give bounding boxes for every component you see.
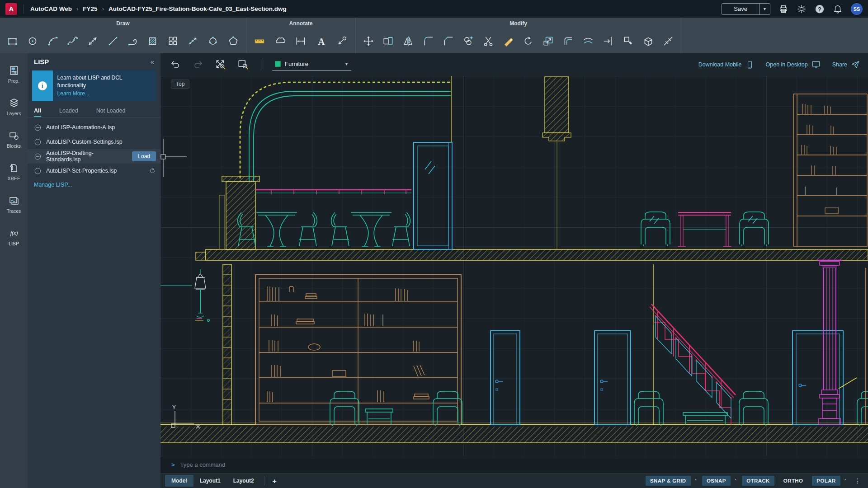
tab-model[interactable]: Model [165, 475, 193, 487]
layer-dropdown[interactable]: Furniture ▼ [272, 59, 351, 70]
drawing-canvas[interactable]: Top [160, 76, 868, 456]
polar-toggle[interactable]: POLAR [812, 476, 840, 486]
osnap-toggle[interactable]: OSNAP [702, 476, 731, 486]
polyline-tool-icon[interactable] [124, 31, 142, 51]
zoom-extents-icon[interactable] [214, 58, 227, 71]
copy-tool-icon[interactable] [459, 31, 477, 51]
open-in-desktop-button[interactable]: Open in Desktop [766, 60, 821, 69]
scale-tool-icon[interactable] [539, 31, 557, 51]
panel-collapse-icon[interactable]: « [151, 58, 154, 66]
undo-icon[interactable] [169, 58, 182, 71]
text-tool-icon[interactable]: A [312, 31, 330, 51]
sidebar-item-xref[interactable]: XREF [1, 157, 27, 186]
zoom-window-icon[interactable] [236, 58, 250, 71]
circle-tool-icon[interactable] [24, 31, 42, 51]
download-mobile-button[interactable]: Download Mobile [698, 61, 754, 69]
spline-tool-icon[interactable] [64, 31, 82, 51]
match-properties-tool-icon[interactable] [619, 31, 637, 51]
chamfer-tool-icon[interactable] [439, 31, 458, 51]
stretch-tool-icon[interactable] [379, 31, 397, 51]
lisp-panel: LISP « i Learn about LISP and DCL functi… [28, 53, 160, 488]
sidebar-item-blocks[interactable]: Blocks [1, 125, 27, 154]
lower-bookshelf [255, 275, 461, 425]
reload-icon[interactable] [149, 167, 156, 174]
snap-grid-toggle[interactable]: SNAP & GRID [646, 476, 691, 486]
linear-dimension-tool-icon[interactable] [250, 31, 269, 51]
download-mobile-label: Download Mobile [698, 61, 742, 68]
svg-text:f(x): f(x) [10, 230, 18, 236]
trim-tool-icon[interactable] [479, 31, 497, 51]
ribbon-toolbar: Draw Annotate A Modify [0, 18, 868, 53]
street-lamp [160, 269, 210, 322]
leader-tool-icon[interactable] [333, 31, 351, 51]
sidebar-item-layers[interactable]: Layers [1, 92, 27, 121]
curved-duct [240, 82, 451, 181]
list-item-lisp-file[interactable]: AutoLISP-Drafting-Standards.lsp Load [28, 149, 160, 164]
manage-lisp-link[interactable]: Manage LISP... [28, 178, 160, 192]
loaded-minus-icon [34, 124, 42, 131]
sidebar-item-properties[interactable]: Prop. [1, 60, 27, 89]
point-tool-icon[interactable] [184, 31, 202, 51]
tab-loaded[interactable]: Loaded [59, 108, 78, 117]
polygon-tool-icon[interactable] [224, 31, 242, 51]
lower-lounge-right [634, 391, 868, 426]
save-dropdown-caret[interactable]: ▼ [759, 4, 770, 14]
load-button[interactable]: Load [132, 151, 156, 161]
hatch-tool-icon[interactable] [144, 31, 162, 51]
list-item-lisp-file[interactable]: AutoLISP-Custom-Settings.lsp [28, 135, 160, 149]
join-tool-icon[interactable] [579, 31, 597, 51]
settings-gear-icon[interactable] [797, 4, 807, 14]
explode-tool-icon[interactable] [639, 31, 657, 51]
learn-more-link[interactable]: Learn More... [57, 90, 90, 97]
tab-layout1[interactable]: Layout1 [193, 475, 227, 487]
breadcrumb-folder[interactable]: FY25 [83, 5, 97, 12]
layers-icon [9, 98, 19, 108]
divider [24, 4, 24, 14]
loaded-minus-icon [34, 153, 42, 160]
offset-tool-icon[interactable] [559, 31, 577, 51]
notifications-bell-icon[interactable] [833, 4, 843, 14]
upper-lounge-set [641, 212, 769, 246]
rotate-tool-icon[interactable] [519, 31, 538, 51]
osnap-chevron-icon[interactable]: ⌃ [734, 479, 737, 483]
insert-block-tool-icon[interactable] [164, 31, 182, 51]
line-tool-icon[interactable] [104, 31, 122, 51]
list-item-lisp-file[interactable]: AutoLISP-Automation-A.lsp [28, 120, 160, 135]
share-button[interactable]: Share [832, 60, 860, 69]
rectangle-tool-icon[interactable] [4, 31, 22, 51]
construction-line-tool-icon[interactable] [659, 31, 677, 51]
status-overflow-menu-icon[interactable]: ⋮ [852, 477, 863, 484]
help-icon[interactable]: ? [815, 4, 825, 14]
move-tool-icon[interactable] [359, 31, 377, 51]
autocad-logo[interactable]: A [5, 3, 17, 15]
snap-grid-chevron-icon[interactable]: ⌃ [694, 479, 698, 483]
ray-tool-icon[interactable] [84, 31, 102, 51]
print-icon[interactable] [778, 4, 788, 14]
save-button[interactable]: Save [722, 4, 759, 14]
polar-chevron-icon[interactable]: ⌃ [844, 479, 847, 483]
user-avatar[interactable]: SS [851, 3, 863, 15]
sidebar-item-traces[interactable]: Traces [1, 190, 27, 219]
otrack-toggle[interactable]: OTRACK [742, 476, 774, 486]
circle-3-point-tool-icon[interactable] [204, 31, 222, 51]
tab-all[interactable]: All [34, 108, 41, 117]
sidebar-item-lisp[interactable]: f(x) LISP [1, 222, 27, 251]
ortho-toggle[interactable]: ORTHO [779, 476, 808, 486]
revision-cloud-tool-icon[interactable] [271, 31, 289, 51]
lower-door-1 [491, 331, 520, 425]
dimension-tool-icon[interactable] [292, 31, 310, 51]
tab-layout2[interactable]: Layout2 [227, 475, 260, 487]
add-layout-button[interactable]: + [268, 477, 281, 485]
tab-not-loaded[interactable]: Not Loaded [96, 108, 126, 117]
breadcrumb-app[interactable]: AutoCAD Web [30, 5, 72, 12]
redo-icon[interactable] [191, 58, 205, 71]
extend-tool-icon[interactable] [599, 31, 617, 51]
erase-tool-icon[interactable] [499, 31, 517, 51]
fillet-tool-icon[interactable] [420, 31, 438, 51]
arc-tool-icon[interactable] [44, 31, 62, 51]
breadcrumb-separator: › [76, 5, 78, 12]
command-input-placeholder[interactable]: Type a command [180, 461, 226, 468]
command-bar[interactable]: > Type a command [160, 456, 868, 473]
list-item-lisp-file[interactable]: AutoLISP-Set-Properties.lsp [28, 164, 160, 178]
mirror-tool-icon[interactable] [399, 31, 417, 51]
